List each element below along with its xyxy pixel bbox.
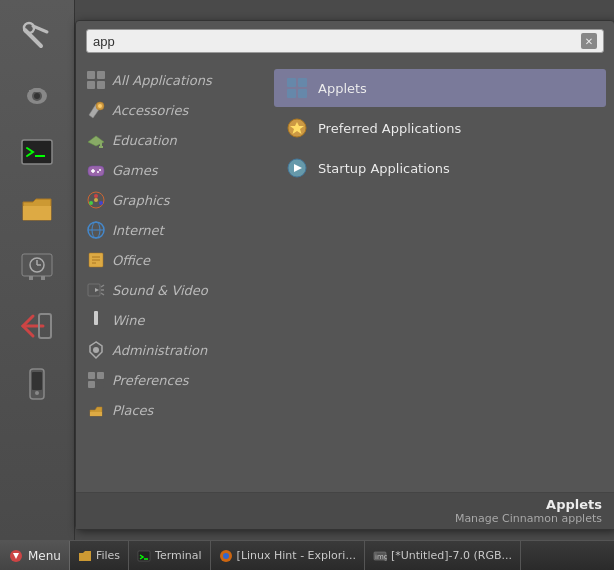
- svg-rect-59: [298, 89, 307, 98]
- svg-rect-24: [97, 81, 105, 89]
- svg-rect-8: [22, 140, 52, 164]
- category-administration-label: Administration: [112, 343, 207, 358]
- status-title: Applets: [88, 497, 602, 512]
- app-item-applets[interactable]: Applets: [274, 69, 606, 107]
- taskbar: Menu Files Terminal [Linux Hint - Explor…: [0, 540, 614, 570]
- category-graphics[interactable]: Graphics: [76, 185, 266, 215]
- menu-panel: ✕ All Applications: [75, 20, 614, 530]
- taskbar-files[interactable]: Files: [70, 541, 129, 570]
- search-input-wrap[interactable]: ✕: [86, 29, 604, 53]
- category-office-label: Office: [112, 253, 150, 268]
- wine-icon: [86, 310, 106, 330]
- svg-rect-27: [99, 146, 103, 148]
- all-applications-icon: [86, 70, 106, 90]
- startup-icon: [286, 157, 308, 179]
- svg-rect-52: [88, 372, 95, 379]
- svg-point-51: [93, 347, 99, 353]
- preferred-icon: [286, 117, 308, 139]
- svg-point-26: [98, 104, 102, 108]
- category-internet-label: Internet: [112, 223, 164, 238]
- category-education-label: Education: [112, 133, 177, 148]
- svg-rect-15: [41, 276, 45, 280]
- category-sound-video[interactable]: Sound & Video: [76, 275, 266, 305]
- category-places[interactable]: Places: [76, 395, 266, 425]
- category-wine-label: Wine: [112, 313, 144, 328]
- category-accessories-label: Accessories: [112, 103, 188, 118]
- category-accessories[interactable]: Accessories: [76, 95, 266, 125]
- svg-point-36: [99, 201, 103, 205]
- status-description: Manage Cinnamon applets: [88, 512, 602, 525]
- app-item-startup[interactable]: Startup Applications: [274, 149, 606, 187]
- games-icon: [86, 160, 106, 180]
- svg-rect-55: [97, 381, 104, 388]
- content-area: All Applications Accessories: [76, 61, 614, 492]
- status-bar: Applets Manage Cinnamon applets: [76, 492, 614, 529]
- svg-rect-28: [88, 166, 104, 176]
- sidebar-icon-tools[interactable]: [11, 10, 63, 62]
- taskbar-terminal[interactable]: Terminal: [129, 541, 211, 570]
- svg-text:img: img: [375, 553, 387, 561]
- taskbar-gimp[interactable]: img [*Untitled]-7.0 (RGB...: [365, 541, 521, 570]
- svg-point-68: [223, 553, 229, 559]
- category-wine[interactable]: Wine: [76, 305, 266, 335]
- taskbar-menu-button[interactable]: Menu: [0, 541, 70, 570]
- sidebar-icon-camera[interactable]: [11, 68, 63, 120]
- category-all-applications[interactable]: All Applications: [76, 65, 266, 95]
- accessories-icon: [86, 100, 106, 120]
- app-applets-label: Applets: [318, 81, 367, 96]
- svg-rect-58: [287, 89, 296, 98]
- sidebar-icon-folder[interactable]: [11, 184, 63, 236]
- apps-list: Applets Preferred Applications: [266, 61, 614, 492]
- taskbar-gimp-label: [*Untitled]-7.0 (RGB...: [391, 549, 512, 562]
- svg-rect-14: [29, 276, 33, 280]
- svg-rect-7: [29, 90, 33, 92]
- svg-rect-22: [97, 71, 105, 79]
- search-input[interactable]: [93, 34, 581, 49]
- category-preferences[interactable]: Preferences: [76, 365, 266, 395]
- taskbar-files-label: Files: [96, 549, 120, 562]
- education-icon: [86, 130, 106, 150]
- category-games-label: Games: [112, 163, 157, 178]
- svg-rect-54: [88, 381, 95, 388]
- svg-line-47: [101, 285, 104, 287]
- taskbar-firefox[interactable]: [Linux Hint - Explori...: [211, 541, 365, 570]
- categories-list: All Applications Accessories: [76, 61, 266, 492]
- internet-icon: [86, 220, 106, 240]
- category-places-label: Places: [112, 403, 153, 418]
- category-education[interactable]: Education: [76, 125, 266, 155]
- app-item-preferred[interactable]: Preferred Applications: [274, 109, 606, 147]
- svg-point-37: [94, 198, 98, 202]
- svg-point-32: [97, 171, 99, 173]
- category-office[interactable]: Office: [76, 245, 266, 275]
- svg-rect-6: [33, 88, 41, 92]
- category-internet[interactable]: Internet: [76, 215, 266, 245]
- svg-point-34: [94, 194, 98, 198]
- category-administration[interactable]: Administration: [76, 335, 266, 365]
- category-sound-video-label: Sound & Video: [112, 283, 208, 298]
- svg-rect-53: [97, 372, 104, 379]
- taskbar-firefox-label: [Linux Hint - Explori...: [237, 549, 356, 562]
- preferences-icon: [86, 370, 106, 390]
- category-games[interactable]: Games: [76, 155, 266, 185]
- svg-point-35: [89, 201, 93, 205]
- places-icon: [86, 400, 106, 420]
- svg-line-49: [101, 293, 104, 295]
- svg-rect-56: [287, 78, 296, 87]
- sidebar-icon-clock[interactable]: [11, 242, 63, 294]
- sidebar-icon-logout[interactable]: [11, 300, 63, 352]
- svg-point-31: [99, 169, 101, 171]
- sidebar-icon-phone[interactable]: [11, 358, 63, 410]
- svg-rect-23: [87, 81, 95, 89]
- svg-rect-19: [32, 372, 42, 390]
- taskbar-terminal-label: Terminal: [155, 549, 202, 562]
- svg-point-5: [34, 93, 40, 99]
- svg-rect-21: [87, 71, 95, 79]
- svg-rect-50: [94, 311, 98, 325]
- category-graphics-label: Graphics: [112, 193, 169, 208]
- sound-video-icon: [86, 280, 106, 300]
- search-clear-button[interactable]: ✕: [581, 33, 597, 49]
- graphics-icon: [86, 190, 106, 210]
- sidebar-icon-terminal[interactable]: [11, 126, 63, 178]
- svg-rect-57: [298, 78, 307, 87]
- office-icon: [86, 250, 106, 270]
